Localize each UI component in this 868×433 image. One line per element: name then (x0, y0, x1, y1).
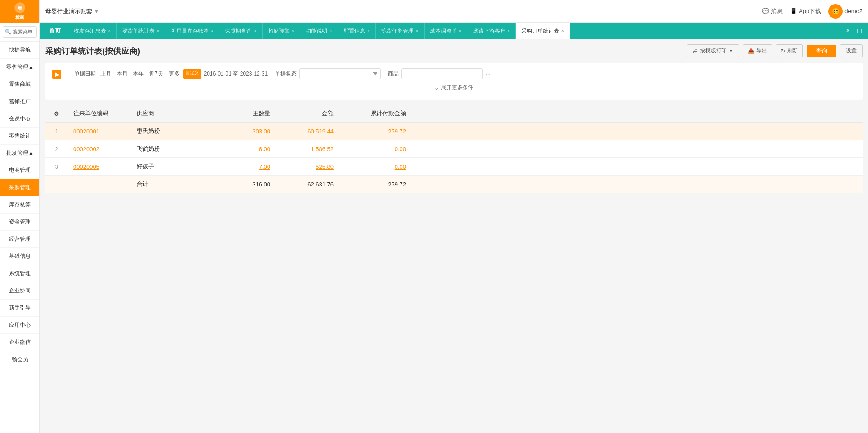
sidebar-item-retail-stat[interactable]: 零售统计 (0, 128, 39, 145)
refresh-button[interactable]: ↻ 刷新 (776, 44, 803, 57)
close-icon[interactable]: × (459, 28, 462, 33)
print-button[interactable]: 🖨 按模板打印 ▼ (687, 44, 739, 57)
svg-text:畅: 畅 (18, 5, 22, 10)
col-header-settings[interactable]: ⚙ (45, 105, 68, 123)
settings-button[interactable]: 设置 (840, 44, 863, 57)
tab-qty-ledger[interactable]: 可用量库存账本 × (165, 23, 219, 39)
message-button[interactable]: 💬 消息 (762, 7, 783, 15)
tab-purchase-stat[interactable]: 采购订单统计表 × (516, 23, 570, 39)
query-button[interactable]: 查询 (807, 45, 836, 57)
refresh-icon: ↻ (781, 48, 785, 54)
sidebar-item-marketing[interactable]: 营销推广 (0, 93, 39, 110)
table-footer-row: 合计 316.00 62,631.76 259.72 (45, 176, 863, 193)
tab-collect-send[interactable]: 收发存汇总表 × (68, 23, 117, 39)
app-download-button[interactable]: 📱 App下载 (790, 7, 821, 15)
sidebar-item-retail-shop[interactable]: 零售商城 (0, 76, 39, 93)
sidebar-item-enterprise[interactable]: 企业协同 (0, 282, 39, 300)
sidebar-item-basic-info[interactable]: 基础信息 (0, 248, 39, 265)
tab-cost-adjust[interactable]: 成本调整单 × (425, 23, 467, 39)
workspace-selector[interactable]: 母婴行业演示账套 ▼ (45, 7, 758, 15)
avatar: 😊 (828, 4, 843, 19)
close-icon[interactable]: × (108, 28, 111, 33)
footer-paid: 259.72 (339, 176, 411, 193)
close-icon[interactable]: × (507, 28, 510, 33)
tab-freshness[interactable]: 保质期查询 × (219, 23, 262, 39)
close-icon[interactable]: × (156, 28, 159, 33)
username-label: demo2 (844, 8, 863, 14)
sidebar-item-new-guide[interactable]: 新手引导 (0, 300, 39, 317)
tabbar-end-actions: × □ (843, 26, 866, 36)
sidebar-item-finance-mgmt[interactable]: 资金管理 (0, 214, 39, 231)
row-code-1: 00020001 (68, 123, 131, 140)
tab-goods-stat[interactable]: 要货单统计表 × (117, 23, 165, 39)
sidebar-item-member-center[interactable]: 会员中心 (0, 110, 39, 128)
maximize-button[interactable]: □ (854, 26, 864, 36)
row-paid-3: 0.00 (339, 158, 411, 176)
print-icon: 🖨 (693, 48, 698, 54)
close-icon[interactable]: × (561, 28, 564, 33)
topbar-actions: 💬 消息 📱 App下载 😊 demo2 (762, 4, 863, 19)
sidebar-item-ecommerce-mgmt[interactable]: 电商管理 (0, 162, 39, 179)
sidebar-item-retail-mgmt[interactable]: 零售管理 ▲ (0, 59, 39, 76)
goods-input[interactable] (401, 68, 483, 79)
tab-config-info[interactable]: 配置信息 × (338, 23, 376, 39)
user-profile[interactable]: 😊 demo2 (828, 4, 863, 19)
close-icon[interactable]: × (292, 28, 294, 33)
shortcut-7days[interactable]: 近7天 (147, 69, 165, 79)
date-filter-label: 单据日期 (74, 70, 96, 78)
row-qty-3: 7.00 (222, 158, 276, 176)
tab-pick-task[interactable]: 拣货任务管理 × (376, 23, 424, 39)
sidebar-item-ops-mgmt[interactable]: 经营管理 (0, 231, 39, 248)
status-select[interactable] (299, 68, 381, 79)
tab-home[interactable]: 首页 (42, 23, 68, 39)
shortcut-more[interactable]: 更多 (167, 69, 181, 79)
row-seq-2: 2 (45, 140, 68, 158)
sidebar-item-purchase-mgmt[interactable]: 采购管理 (0, 179, 39, 196)
export-button[interactable]: 📤 导出 (743, 44, 772, 57)
row-amount-1: 60,519.44 (276, 123, 339, 140)
message-icon: 💬 (762, 8, 769, 14)
tab-overstock[interactable]: 超储预警 × (263, 23, 300, 39)
close-icon[interactable]: × (254, 28, 256, 33)
close-icon[interactable]: × (415, 28, 418, 33)
table-row[interactable]: 1 00020001 惠氏奶粉 303.00 60,519.44 (45, 123, 863, 140)
search-menu-button[interactable]: 🔍 搜索菜单 (3, 26, 37, 38)
filter-goods-group: 商品 ··· (388, 68, 491, 79)
table-row[interactable]: 3 00020005 好孩子 7.00 525.80 (45, 158, 863, 176)
tab-func-desc[interactable]: 功能说明 × (300, 23, 338, 39)
close-icon[interactable]: × (367, 28, 370, 33)
sidebar-item-app-center[interactable]: 应用中心 (0, 317, 39, 334)
shortcut-this-year[interactable]: 本年 (131, 69, 146, 79)
sidebar-item-sys-mgmt[interactable]: 系统管理 (0, 265, 39, 282)
expand-toggle-button[interactable]: ▶ (52, 70, 61, 79)
row-seq-3: 3 (45, 158, 68, 176)
download-icon: 📱 (790, 8, 797, 14)
sidebar-item-member-club[interactable]: 畅会员 (0, 351, 39, 368)
row-paid-2: 0.00 (339, 140, 411, 158)
shortcut-last-month[interactable]: 上月 (99, 69, 113, 79)
filter-expand-row: ⌄ 展开更多条件 (52, 79, 855, 94)
chevron-down-icon-2: ▲ (29, 151, 33, 156)
tab-invite-down[interactable]: 邀请下游客户 × (467, 23, 516, 39)
page-title: 采购订单统计表(按供应商) (45, 46, 140, 57)
shortcut-this-month[interactable]: 本月 (115, 69, 129, 79)
col-header-amount: 金额 (276, 105, 339, 123)
sidebar-item-wholesale-mgmt[interactable]: 批发管理 ▲ (0, 145, 39, 162)
close-icon[interactable]: × (211, 28, 213, 33)
close-all-tabs-button[interactable]: × (843, 26, 853, 36)
row-supplier-3: 好孩子 (131, 158, 222, 176)
footer-qty: 316.00 (222, 176, 276, 193)
filter-panel: ▶ 单据日期 上月 本月 本年 近7天 更多 自定义 2016-01-01 至 … (45, 63, 863, 100)
row-supplier-2: 飞鹤奶粉 (131, 140, 222, 158)
footer-seq (45, 176, 68, 193)
sidebar-item-inventory[interactable]: 库存核算 (0, 196, 39, 214)
expand-more-button[interactable]: ⌄ 展开更多条件 (432, 81, 476, 94)
table-row[interactable]: 2 00020002 飞鹤奶粉 6.00 1,586.52 (45, 140, 863, 158)
sidebar-item-quick-nav[interactable]: 快捷导航 (0, 42, 39, 59)
sidebar-item-enterprise-wx[interactable]: 企业微信 (0, 334, 39, 351)
col-header-qty: 主数量 (222, 105, 276, 123)
footer-code (68, 176, 131, 193)
close-icon[interactable]: × (329, 28, 332, 33)
more-options-icon[interactable]: ··· (486, 71, 491, 77)
custom-date-badge[interactable]: 自定义 (183, 69, 201, 79)
